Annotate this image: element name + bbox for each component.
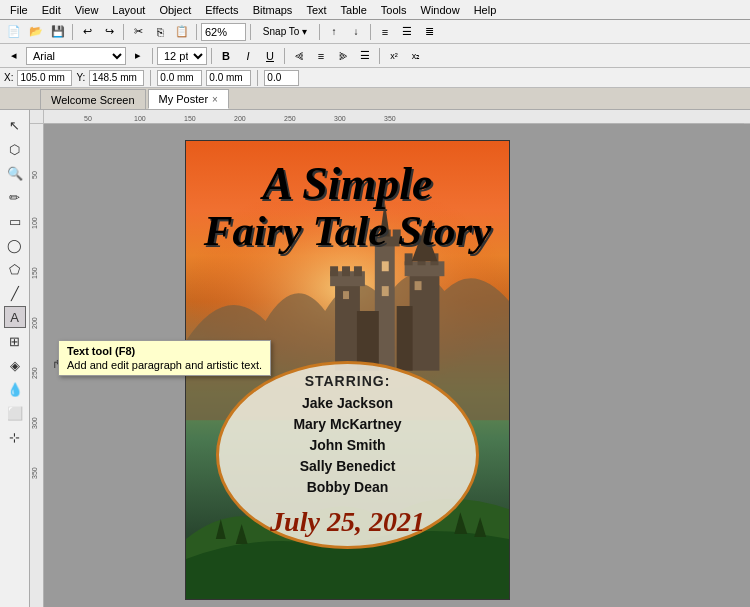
- tab-welcome-label: Welcome Screen: [51, 94, 135, 106]
- menu-layout[interactable]: Layout: [106, 3, 151, 17]
- sep3: [196, 24, 197, 40]
- superscript-btn[interactable]: x²: [384, 46, 404, 66]
- export-btn[interactable]: ↓: [346, 22, 366, 42]
- svg-rect-36: [415, 281, 422, 290]
- menu-bitmaps[interactable]: Bitmaps: [247, 3, 299, 17]
- font-size-select[interactable]: 12 pt: [157, 47, 207, 65]
- underline-button[interactable]: U: [260, 46, 280, 66]
- eyedropper-tool[interactable]: 💧: [4, 378, 26, 400]
- starring-label: STARRING:: [305, 373, 391, 389]
- svg-text:150: 150: [31, 267, 38, 279]
- y-input[interactable]: [89, 70, 144, 86]
- sep7: [152, 48, 153, 64]
- svg-text:250: 250: [284, 115, 296, 122]
- zoom-input[interactable]: [201, 23, 246, 41]
- save-button[interactable]: 💾: [48, 22, 68, 42]
- node-tool[interactable]: ⬡: [4, 138, 26, 160]
- cut-button[interactable]: ✂: [128, 22, 148, 42]
- menu-view[interactable]: View: [69, 3, 105, 17]
- paste-button[interactable]: 📋: [172, 22, 192, 42]
- font-prev[interactable]: ◂: [4, 46, 24, 66]
- w-input[interactable]: [157, 70, 202, 86]
- freehand-tool[interactable]: ✏: [4, 186, 26, 208]
- svg-text:350: 350: [384, 115, 396, 122]
- tab-welcome[interactable]: Welcome Screen: [40, 89, 146, 109]
- open-button[interactable]: 📂: [26, 22, 46, 42]
- menu-object[interactable]: Object: [153, 3, 197, 17]
- tab-poster-label: My Poster: [159, 93, 209, 105]
- poster-title-line2: Fairy Tale Story: [186, 209, 509, 252]
- menu-edit[interactable]: Edit: [36, 3, 67, 17]
- undo-button[interactable]: ↩: [77, 22, 97, 42]
- x-input[interactable]: [17, 70, 72, 86]
- menu-text[interactable]: Text: [300, 3, 332, 17]
- text-tool[interactable]: A: [4, 306, 26, 328]
- sep4: [250, 24, 251, 40]
- font-family-select[interactable]: Arial: [26, 47, 126, 65]
- svg-text:200: 200: [31, 317, 38, 329]
- menu-window[interactable]: Window: [415, 3, 466, 17]
- sep-c2: [257, 70, 258, 86]
- tab-poster[interactable]: My Poster ×: [148, 89, 229, 109]
- poster-container: A Simple Fairy Tale Story STARRING: Jake…: [185, 140, 510, 600]
- line-tool[interactable]: ╱: [4, 282, 26, 304]
- ellipse-tool[interactable]: ◯: [4, 234, 26, 256]
- font-next[interactable]: ▸: [128, 46, 148, 66]
- align-text-left[interactable]: ⫷: [289, 46, 309, 66]
- eraser-tool[interactable]: ⬜: [4, 402, 26, 424]
- table-tool[interactable]: ⊞: [4, 330, 26, 352]
- svg-text:300: 300: [334, 115, 346, 122]
- sep8: [211, 48, 212, 64]
- toolbar-main: 📄 📂 💾 ↩ ↪ ✂ ⎘ 📋 Snap To ▾ ↑ ↓ ≡ ☰ ≣: [0, 20, 750, 44]
- menu-table[interactable]: Table: [335, 3, 373, 17]
- cast-name-2: Mary McKartney: [293, 414, 401, 435]
- menu-file[interactable]: File: [4, 3, 34, 17]
- svg-text:200: 200: [234, 115, 246, 122]
- align-text-justify[interactable]: ☰: [355, 46, 375, 66]
- new-button[interactable]: 📄: [4, 22, 24, 42]
- svg-text:300: 300: [31, 417, 38, 429]
- align-text-right[interactable]: ⫸: [333, 46, 353, 66]
- svg-rect-35: [382, 286, 389, 296]
- svg-text:250: 250: [31, 367, 38, 379]
- tabbar: Welcome Screen My Poster ×: [0, 88, 750, 110]
- rectangle-tool[interactable]: ▭: [4, 210, 26, 232]
- svg-rect-20: [342, 266, 350, 276]
- svg-rect-39: [397, 306, 413, 371]
- coords-bar: X: Y:: [0, 68, 750, 88]
- svg-rect-19: [330, 266, 338, 276]
- snap-button[interactable]: Snap To ▾: [255, 22, 315, 42]
- italic-button[interactable]: I: [238, 46, 258, 66]
- select-tool[interactable]: ↖: [4, 114, 26, 136]
- poster-title-line1: A Simple: [186, 161, 509, 207]
- sep6: [370, 24, 371, 40]
- angle-input[interactable]: [264, 70, 299, 86]
- sep9: [284, 48, 285, 64]
- bold-button[interactable]: B: [216, 46, 236, 66]
- align-text-center[interactable]: ≡: [311, 46, 331, 66]
- align-right[interactable]: ≣: [419, 22, 439, 42]
- menu-tools[interactable]: Tools: [375, 3, 413, 17]
- menu-help[interactable]: Help: [468, 3, 503, 17]
- poster: A Simple Fairy Tale Story STARRING: Jake…: [185, 140, 510, 600]
- tab-close-icon[interactable]: ×: [212, 94, 218, 105]
- align-left[interactable]: ≡: [375, 22, 395, 42]
- redo-button[interactable]: ↪: [99, 22, 119, 42]
- subscript-btn[interactable]: x₂: [406, 46, 426, 66]
- align-center[interactable]: ☰: [397, 22, 417, 42]
- polygon-tool[interactable]: ⬠: [4, 258, 26, 280]
- ruler-top: 50 100 150 200 250 300 350: [44, 110, 750, 124]
- svg-text:100: 100: [31, 217, 38, 229]
- svg-text:50: 50: [84, 115, 92, 122]
- sep-c1: [150, 70, 151, 86]
- fill-tool[interactable]: ◈: [4, 354, 26, 376]
- svg-rect-37: [343, 291, 349, 299]
- connector-tool[interactable]: ⊹: [4, 426, 26, 448]
- y-label: Y:: [76, 72, 85, 83]
- svg-text:50: 50: [31, 171, 38, 179]
- h-input[interactable]: [206, 70, 251, 86]
- menu-effects[interactable]: Effects: [199, 3, 244, 17]
- import-btn[interactable]: ↑: [324, 22, 344, 42]
- copy-button[interactable]: ⎘: [150, 22, 170, 42]
- zoom-tool[interactable]: 🔍: [4, 162, 26, 184]
